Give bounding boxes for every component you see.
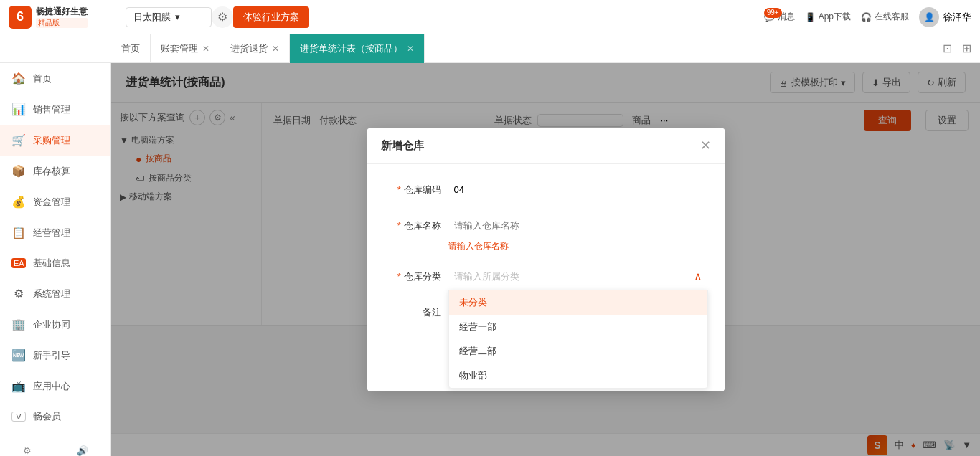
main-layout: 🏠 首页 📊 销售管理 🛒 采购管理 📦 库存核算 💰 资金管理 📋 经营管理 … <box>0 63 980 456</box>
sidebar-audio-button[interactable]: 🔊 <box>65 438 100 456</box>
top-header: 6 畅捷通好生意 精品版 日太阳膜 ▾ ⚙ 体验行业方案 💬 99+ 消息 📱 … <box>0 0 980 34</box>
tab-bar: 首页 账套管理 ✕ 进货退货 ✕ 进货单统计表（按商品） ✕ ⊡ ⊞ <box>0 34 980 63</box>
category-dropdown: 未分类 经营一部 经营二部 物业部 <box>448 290 708 389</box>
tab-purchase-stats[interactable]: 进货单统计表（按商品） ✕ <box>290 34 425 63</box>
content-area: 进货单统计(按商品) 🖨 按模板打印 ▾ ⬇ 导出 ↻ 刷新 <box>111 63 980 456</box>
user-info[interactable]: 👤 徐泽华 <box>919 7 971 27</box>
app-download-button[interactable]: 📱 App下载 <box>805 11 851 23</box>
settings-gear-button[interactable]: ⚙ <box>212 6 233 28</box>
new-warehouse-modal: 新增仓库 ✕ 仓库编码 仓库名称 请输入仓库名称 <box>367 128 725 391</box>
purchase-icon: 🛒 <box>11 133 26 147</box>
tab-expand-button[interactable]: ⊞ <box>959 40 974 57</box>
modal-overlay: 新增仓库 ✕ 仓库编码 仓库名称 请输入仓库名称 <box>111 63 980 456</box>
headset-icon: 🎧 <box>861 12 872 22</box>
form-row-category: 仓库分类 请输入所属分类 ∧ 未分类 经营一部 经营二部 物业 <box>384 265 708 288</box>
tab-purchase-return[interactable]: 进货退货 ✕ <box>220 34 290 63</box>
sidebar-item-basic[interactable]: EA 基础信息 <box>0 248 110 278</box>
sidebar-item-member[interactable]: V 畅会员 <box>0 402 110 432</box>
name-error-msg: 请输入仓库名称 <box>448 240 509 252</box>
tab-minimize-button[interactable]: ⊡ <box>940 40 955 57</box>
tab-close-account[interactable]: ✕ <box>202 44 209 54</box>
finance-icon: 💰 <box>11 195 26 209</box>
category-select[interactable]: 请输入所属分类 ∧ <box>448 265 708 288</box>
sidebar-settings-button[interactable]: ⚙ <box>11 438 43 456</box>
logo-text: 畅捷通好生意 精品版 <box>36 6 88 28</box>
name-input[interactable] <box>448 214 580 237</box>
message-button[interactable]: 💬 99+ 消息 <box>764 11 795 23</box>
store-selector[interactable]: 日太阳膜 ▾ <box>126 7 212 27</box>
modal-close-button[interactable]: ✕ <box>700 138 711 153</box>
store-dropdown-icon: ▾ <box>175 11 180 22</box>
sidebar-bottom: ⚙ 🔊 <box>0 432 110 456</box>
tab-right-controls: ⊡ ⊞ <box>940 40 980 57</box>
online-service-button[interactable]: 🎧 在线客服 <box>861 11 909 23</box>
inventory-icon: 📦 <box>11 164 26 178</box>
sales-icon: 📊 <box>11 103 26 116</box>
app-logo-icon: 6 <box>9 6 32 29</box>
sidebar: 🏠 首页 📊 销售管理 🛒 采购管理 📦 库存核算 💰 资金管理 📋 经营管理 … <box>0 63 111 456</box>
category-label: 仓库分类 <box>384 265 441 288</box>
experience-button[interactable]: 体验行业方案 <box>233 6 309 28</box>
logo-area: 6 畅捷通好生意 精品版 <box>9 6 120 29</box>
name-label: 仓库名称 <box>384 214 441 237</box>
enterprise-icon: 🏢 <box>11 318 26 331</box>
audio-icon: 🔊 <box>77 445 88 456</box>
sidebar-item-system[interactable]: ⚙ 系统管理 <box>0 278 110 309</box>
code-input[interactable] <box>448 179 708 201</box>
code-label: 仓库编码 <box>384 179 441 201</box>
sidebar-item-home[interactable]: 🏠 首页 <box>0 63 110 94</box>
home-icon: 🏠 <box>11 72 26 85</box>
dropdown-item-uncategorized[interactable]: 未分类 <box>449 290 707 315</box>
sidebar-item-purchase[interactable]: 🛒 采购管理 <box>0 125 110 156</box>
sidebar-item-sales[interactable]: 📊 销售管理 <box>0 94 110 125</box>
form-row-name: 仓库名称 请输入仓库名称 <box>384 214 708 252</box>
guide-icon: 🆕 <box>11 348 26 362</box>
operations-icon: 📋 <box>11 226 26 239</box>
basic-icon: EA <box>11 258 26 268</box>
member-icon: V <box>11 412 26 422</box>
tab-account[interactable]: 账套管理 ✕ <box>151 34 220 63</box>
modal-title: 新增仓库 <box>381 139 424 153</box>
note-label: 备注 <box>384 301 441 324</box>
sidebar-item-finance[interactable]: 💰 资金管理 <box>0 186 110 217</box>
dropdown-item-dept2[interactable]: 经营二部 <box>449 339 707 364</box>
user-avatar: 👤 <box>919 7 939 27</box>
tab-close-purchase-stats[interactable]: ✕ <box>407 44 414 54</box>
sidebar-item-guide[interactable]: 🆕 新手引导 <box>0 340 110 371</box>
dropdown-item-property[interactable]: 物业部 <box>449 364 707 388</box>
sidebar-item-inventory[interactable]: 📦 库存核算 <box>0 156 110 186</box>
phone-icon: 📱 <box>805 12 816 22</box>
modal-body: 仓库编码 仓库名称 请输入仓库名称 仓库分类 <box>367 164 725 348</box>
dropdown-item-dept1[interactable]: 经营一部 <box>449 315 707 339</box>
category-arrow-icon: ∧ <box>694 270 702 283</box>
header-actions: 💬 99+ 消息 📱 App下载 🎧 在线客服 👤 徐泽华 <box>764 7 971 27</box>
category-select-wrapper: 请输入所属分类 ∧ 未分类 经营一部 经营二部 物业部 <box>448 265 708 288</box>
sidebar-item-enterprise[interactable]: 🏢 企业协同 <box>0 309 110 340</box>
sidebar-item-apps[interactable]: 📺 应用中心 <box>0 371 110 402</box>
apps-icon: 📺 <box>11 379 26 393</box>
settings-bottom-icon: ⚙ <box>23 445 32 456</box>
tab-home[interactable]: 首页 <box>111 34 151 63</box>
category-placeholder: 请输入所属分类 <box>454 270 519 283</box>
system-icon: ⚙ <box>11 287 26 300</box>
modal-header: 新增仓库 ✕ <box>367 128 725 164</box>
form-row-code: 仓库编码 <box>384 179 708 201</box>
tab-close-purchase-return[interactable]: ✕ <box>272 44 279 54</box>
sidebar-item-operations[interactable]: 📋 经营管理 <box>0 217 110 248</box>
